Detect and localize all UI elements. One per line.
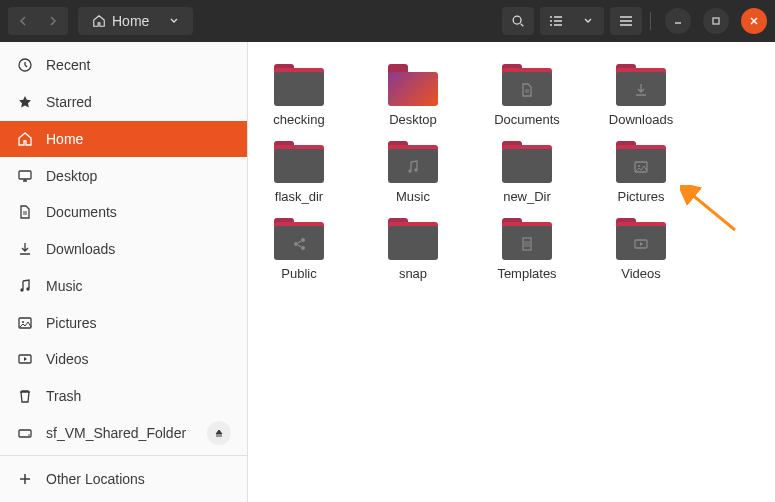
folder-icon: [388, 141, 438, 183]
hamburger-menu-button[interactable]: [610, 7, 642, 35]
svg-point-15: [294, 242, 298, 246]
path-label: Home: [112, 13, 149, 29]
titlebar: Home: [0, 0, 775, 42]
svg-point-11: [408, 169, 411, 172]
svg-point-17: [301, 246, 305, 250]
folder-pictures[interactable]: Pictures: [600, 137, 682, 208]
sidebar-item-label: Other Locations: [46, 471, 231, 487]
svg-point-16: [301, 238, 305, 242]
svg-point-5: [26, 287, 29, 290]
sidebar-item-label: Desktop: [46, 168, 231, 184]
folder-documents[interactable]: Documents: [486, 60, 568, 131]
eject-button[interactable]: [207, 421, 231, 445]
back-button[interactable]: [8, 7, 38, 35]
sidebar-item-label: Pictures: [46, 315, 231, 331]
sidebar-item-label: Starred: [46, 94, 231, 110]
sidebar-item-home[interactable]: Home: [0, 121, 247, 158]
sidebar-item-label: Home: [46, 131, 231, 147]
folder-icon: [502, 141, 552, 183]
videos-icon: [631, 234, 651, 254]
view-dropdown-button[interactable]: [572, 7, 604, 35]
folder-icon: [616, 141, 666, 183]
close-button[interactable]: [741, 8, 767, 34]
list-view-button[interactable]: [540, 7, 572, 35]
sidebar-item-downloads[interactable]: Downloads: [0, 231, 247, 268]
sidebar-item-desktop[interactable]: Desktop: [0, 157, 247, 194]
sidebar-item-label: Documents: [46, 204, 231, 220]
sidebar-item-label: Music: [46, 278, 231, 294]
folder-label: flask_dir: [275, 189, 323, 204]
folder-label: Documents: [494, 112, 560, 127]
documents-icon: [517, 80, 537, 100]
sidebar-item-trash[interactable]: Trash: [0, 378, 247, 415]
folder-templates[interactable]: Templates: [486, 214, 568, 285]
sidebar-item-label: Videos: [46, 351, 231, 367]
forward-button[interactable]: [38, 7, 68, 35]
folder-icon: [388, 64, 438, 106]
plus-icon: [16, 470, 34, 488]
svg-rect-1: [713, 18, 719, 24]
sidebar-item-pictures[interactable]: Pictures: [0, 304, 247, 341]
folder-icon: [502, 218, 552, 260]
svg-point-12: [414, 168, 417, 171]
folder-label: Music: [396, 189, 430, 204]
folder-videos[interactable]: Videos: [600, 214, 682, 285]
sidebar-item-documents[interactable]: Documents: [0, 194, 247, 231]
sidebar-item-label: sf_VM_Shared_Folder: [46, 425, 195, 441]
trash-icon: [16, 387, 34, 405]
folder-new-dir[interactable]: new_Dir: [486, 137, 568, 208]
sidebar-item-starred[interactable]: Starred: [0, 84, 247, 121]
view-group: [540, 7, 604, 35]
path-bar[interactable]: Home: [78, 7, 193, 35]
folder-icon: [274, 218, 324, 260]
folder-label: snap: [399, 266, 427, 281]
videos-icon: [16, 350, 34, 368]
star-icon: [16, 93, 34, 111]
sidebar-item-videos[interactable]: Videos: [0, 341, 247, 378]
maximize-button[interactable]: [703, 8, 729, 34]
sidebar: RecentStarredHomeDesktopDocumentsDownloa…: [0, 42, 248, 502]
svg-rect-9: [19, 430, 31, 437]
svg-point-7: [22, 321, 24, 323]
download-icon: [16, 240, 34, 258]
annotation-arrow: [680, 185, 740, 235]
svg-point-0: [513, 16, 521, 24]
folder-icon: [502, 64, 552, 106]
desktop-icon: [16, 167, 34, 185]
pictures-icon: [631, 157, 651, 177]
folder-downloads[interactable]: Downloads: [600, 60, 682, 131]
path-home[interactable]: Home: [82, 13, 159, 29]
folder-music[interactable]: Music: [372, 137, 454, 208]
sidebar-item-music[interactable]: Music: [0, 268, 247, 305]
minimize-button[interactable]: [665, 8, 691, 34]
search-button[interactable]: [502, 7, 534, 35]
folder-icon: [274, 64, 324, 106]
public-icon: [289, 234, 309, 254]
folder-icon: [616, 64, 666, 106]
download-icon: [631, 80, 651, 100]
svg-rect-3: [19, 171, 31, 179]
folder-flask-dir[interactable]: flask_dir: [258, 137, 340, 208]
folder-desktop[interactable]: Desktop: [372, 60, 454, 131]
folder-snap[interactable]: snap: [372, 214, 454, 285]
drive-icon: [16, 424, 34, 442]
clock-icon: [16, 56, 34, 74]
file-grid[interactable]: checkingDesktopDocumentsDownloadsflask_d…: [248, 42, 775, 502]
body: RecentStarredHomeDesktopDocumentsDownloa…: [0, 42, 775, 502]
folder-label: Desktop: [389, 112, 437, 127]
path-dropdown-button[interactable]: [159, 7, 189, 35]
sidebar-other-locations[interactable]: Other Locations: [0, 460, 247, 497]
sidebar-item-sf-vm-shared-folder[interactable]: sf_VM_Shared_Folder: [0, 415, 247, 452]
sidebar-item-recent[interactable]: Recent: [0, 47, 247, 84]
folder-label: Videos: [621, 266, 661, 281]
folder-icon: [274, 141, 324, 183]
documents-icon: [16, 203, 34, 221]
folder-public[interactable]: Public: [258, 214, 340, 285]
templates-icon: [517, 234, 537, 254]
svg-point-10: [28, 434, 30, 436]
folder-label: new_Dir: [503, 189, 551, 204]
folder-label: Downloads: [609, 112, 673, 127]
sidebar-item-label: Downloads: [46, 241, 231, 257]
folder-checking[interactable]: checking: [258, 60, 340, 131]
svg-point-4: [20, 288, 23, 291]
